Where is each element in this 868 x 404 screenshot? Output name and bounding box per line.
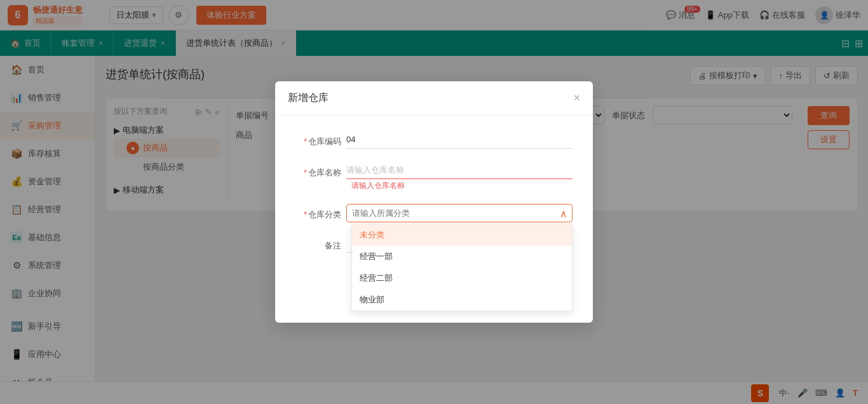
dropdown-item-property[interactable]: 物业部 (352, 289, 572, 311)
name-label: 仓库名称 (295, 162, 346, 178)
category-dropdown: 未分类 经营一部 经营二部 物业部 (351, 224, 573, 311)
form-row-name: 仓库名称 请输入仓库名称 (295, 161, 573, 191)
modal-close-button[interactable]: × (573, 91, 580, 105)
dropdown-item-ops1[interactable]: 经营一部 (352, 246, 572, 267)
name-input[interactable] (346, 161, 573, 179)
modal-title: 新增仓库 (288, 91, 329, 105)
code-label: 仓库编码 (295, 131, 346, 147)
dropdown-item-none[interactable]: 未分类 (352, 224, 572, 246)
new-warehouse-modal: 新增仓库 × 仓库编码 仓库名称 请输入仓库名称 仓库分类 (275, 81, 593, 323)
category-dropdown-arrow[interactable]: ∧ (560, 207, 567, 219)
modal-overlay[interactable]: 新增仓库 × 仓库编码 仓库名称 请输入仓库名称 仓库分类 (0, 0, 868, 404)
modal-header: 新增仓库 × (275, 81, 593, 116)
modal-body: 仓库编码 仓库名称 请输入仓库名称 仓库分类 ∧ (275, 116, 593, 281)
category-select-wrapper: ∧ (346, 204, 573, 222)
name-error-msg: 请输入仓库名称 (351, 180, 405, 191)
form-row-category: 仓库分类 ∧ 未分类 经营一部 经营二部 物业部 (295, 204, 573, 222)
dropdown-item-ops2[interactable]: 经营二部 (352, 267, 572, 289)
category-label: 仓库分类 (295, 204, 346, 220)
category-input[interactable] (346, 204, 573, 222)
code-input[interactable] (346, 131, 573, 149)
note-label: 备注 (295, 235, 346, 252)
form-row-code: 仓库编码 (295, 131, 573, 149)
